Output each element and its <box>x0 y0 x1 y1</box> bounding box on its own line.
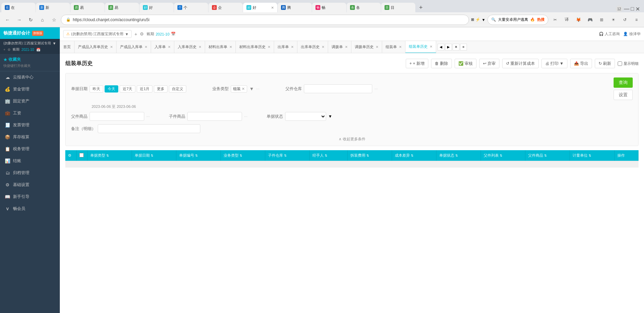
horizontal-scrollbar[interactable] <box>65 161 639 168</box>
business-type-dropdown-btn[interactable]: ▼ <box>249 86 254 91</box>
browser-tab-12[interactable]: 目 目 <box>381 3 415 12</box>
sidebar-item-archive[interactable]: 🗂 归档管理 <box>0 167 60 179</box>
address-bar[interactable]: 🔒 https://cloud.chanjet.com/accounting/u… <box>61 15 469 25</box>
browser-tab-6[interactable]: 个 个 <box>174 3 208 12</box>
sidebar-item-settlement[interactable]: 📊 结账 <box>0 155 60 167</box>
user-info[interactable]: 👤 徐泽华 <box>623 31 641 37</box>
browser-tab-7[interactable]: 企 企 <box>209 3 243 12</box>
forward-button[interactable]: → <box>14 15 24 25</box>
browser-tab-4[interactable]: 易 易 <box>105 3 139 12</box>
audit-btn[interactable]: ✅ 审核 <box>455 59 477 68</box>
tab-close-outbound-history[interactable]: ✕ <box>322 45 324 49</box>
scissors-icon-btn[interactable]: ✂ <box>550 15 560 25</box>
bookmark-button[interactable]: ☆ <box>49 15 59 25</box>
order-status-dropdown[interactable] <box>285 112 326 121</box>
gear-icon[interactable]: ⚙ <box>140 31 144 37</box>
sidebar-item-inventory[interactable]: 📦 库存核算 <box>0 131 60 143</box>
game-icon-btn[interactable]: 🎮 <box>585 15 595 25</box>
tab-home[interactable]: 首页 <box>60 41 75 53</box>
tab-close-current[interactable]: ✕ <box>453 44 459 51</box>
tab-close-inbound[interactable]: ✕ <box>168 45 171 49</box>
add-icon[interactable]: + <box>134 31 137 37</box>
business-type-tag-close[interactable]: ✕ <box>242 87 245 91</box>
add-company-icon[interactable]: + <box>3 48 5 52</box>
date-btn-today[interactable]: 今天 <box>105 85 118 93</box>
browser-tab-2[interactable]: 新 新 <box>36 3 70 12</box>
recalculate-btn[interactable]: ↺ 重新计算成本 <box>502 59 539 68</box>
tab-material-outbound[interactable]: 材料出库单 ✕ <box>205 41 236 53</box>
browser-tab-8[interactable]: 好 好 ✕ <box>243 3 277 12</box>
tab-assembly-history[interactable]: 组装单历史 ✕ <box>405 41 436 53</box>
export-btn[interactable]: 📤 导出 <box>570 59 592 68</box>
parent-goods-more-icon[interactable]: ··· <box>146 114 150 119</box>
browser-tab-5[interactable]: 好 好 <box>139 3 174 12</box>
sidebar-item-invoice[interactable]: 🧾 发票管理 <box>0 119 60 131</box>
tab-material-outbound-history[interactable]: 材料出库单历史 ✕ <box>236 41 274 53</box>
tab-close-8[interactable]: ✕ <box>271 6 274 10</box>
child-goods-input[interactable] <box>187 112 242 121</box>
col-parent-goods[interactable]: 父件商品 ⇅ <box>525 150 570 161</box>
period-btn[interactable]: 账期 2021-10 📅 <box>147 31 175 37</box>
emoji-icon-btn[interactable]: 🦊 <box>574 15 583 25</box>
tab-close-inbound-history[interactable]: ✕ <box>199 45 201 49</box>
search-box[interactable]: 🔍 大量安卓用户逃离 🔥 热搜 <box>487 15 548 25</box>
col-order-no[interactable]: 单据编号 ⇅ <box>176 150 220 161</box>
sidebar-item-fund[interactable]: 💰 资金管理 <box>0 83 60 95</box>
tab-close-prod-inbound[interactable]: ✕ <box>145 45 147 49</box>
date-btn-custom[interactable]: 自定义 <box>169 85 186 93</box>
child-goods-more-icon[interactable]: ··· <box>244 114 247 119</box>
home-button[interactable]: ⌂ <box>38 15 47 25</box>
tab-close-assembly-history[interactable]: ✕ <box>430 45 432 48</box>
query-button[interactable]: 查询 <box>614 77 633 88</box>
col-order-date[interactable]: 单据日期 ⇅ <box>132 150 176 161</box>
browser-tab-10[interactable]: 畅 畅 <box>312 3 346 12</box>
tab-close-material-outbound[interactable]: ✕ <box>229 45 232 49</box>
tab-assembly[interactable]: 组装单 ✕ <box>382 41 405 53</box>
tab-close-assembly[interactable]: ✕ <box>399 45 402 49</box>
tab-close-outbound[interactable]: ✕ <box>291 45 294 49</box>
show-detail-label[interactable]: 显示明细 <box>618 61 639 66</box>
window-close[interactable]: ✕ <box>635 6 640 12</box>
window-minimize[interactable]: — <box>624 6 629 12</box>
tab-inbound-history[interactable]: 入库单历史 ✕ <box>174 41 205 53</box>
col-unit[interactable]: 计量单位 ⇅ <box>570 150 614 161</box>
parent-warehouse-more-icon[interactable]: ··· <box>374 86 378 91</box>
date-btn-1month[interactable]: 近1月 <box>137 85 152 93</box>
tab-close-transfer-history[interactable]: ✕ <box>376 45 378 49</box>
new-btn[interactable]: + + 新增 <box>406 59 428 68</box>
date-btn-7days[interactable]: 近7天 <box>120 85 135 93</box>
layout-icon-btn[interactable]: ⊞ <box>597 15 606 25</box>
tab-close-material-outbound-history[interactable]: ✕ <box>268 45 270 49</box>
back-button[interactable]: ← <box>3 15 12 25</box>
col-order-type[interactable]: 单据类型 ⇅ <box>87 150 132 161</box>
settings-icon[interactable]: ⚙ <box>8 48 11 52</box>
col-cost-diff[interactable]: 成本差异 ⇅ <box>392 150 436 161</box>
col-child-warehouse[interactable]: 子件仓库 ⇅ <box>265 150 310 161</box>
window-maximize[interactable]: □ <box>631 6 634 12</box>
setting-button[interactable]: 设置 <box>614 90 633 100</box>
col-order-status[interactable]: 单据状态 ⇅ <box>436 150 481 161</box>
company-selector[interactable]: (勿删勿禁用) 江西服宝测试专用 ▼ <box>3 41 56 46</box>
date-btn-yesterday[interactable]: 昨天 <box>90 85 103 93</box>
parent-goods-input[interactable] <box>90 112 144 121</box>
col-business-type[interactable]: 业务类型 ⇅ <box>220 150 265 161</box>
sidebar-item-settings[interactable]: ⚙ 基础设置 <box>0 179 60 191</box>
history-icon-btn[interactable]: ↺ <box>620 15 630 25</box>
sidebar-item-fixed-assets[interactable]: 🏢 固定资产 <box>0 95 60 107</box>
col-disassembly-cost[interactable]: 拆装费用 ⇅ <box>347 150 392 161</box>
col-parent-list[interactable]: 父件列表 ⇅ <box>481 150 525 161</box>
sidebar-item-payroll[interactable]: 💼 工资 <box>0 107 60 119</box>
date-btn-more[interactable]: 更多 <box>154 85 167 93</box>
translate-icon-btn[interactable]: 译 <box>562 15 572 25</box>
browser-tab-3[interactable]: 易 易 <box>70 3 105 12</box>
tab-outbound[interactable]: 出库单 ✕ <box>274 41 297 53</box>
col-handler[interactable]: 经手人 ⇅ <box>310 150 347 161</box>
tab-transfer[interactable]: 调拨单 ✕ <box>328 41 351 53</box>
tab-inbound[interactable]: 入库单 ✕ <box>151 41 174 53</box>
company-name-display[interactable]: ⚠ (勿删勿禁用) 江西服宝测试专用 ▼ <box>63 30 132 38</box>
browser-tab-1[interactable]: 在 在 <box>1 3 36 12</box>
tab-options[interactable]: ≡ <box>460 44 467 51</box>
table-settings-col[interactable]: ⚙ <box>65 150 76 161</box>
show-detail-checkbox[interactable] <box>618 61 622 66</box>
sidebar-item-guide[interactable]: 📖 新手引导 <box>0 191 60 203</box>
